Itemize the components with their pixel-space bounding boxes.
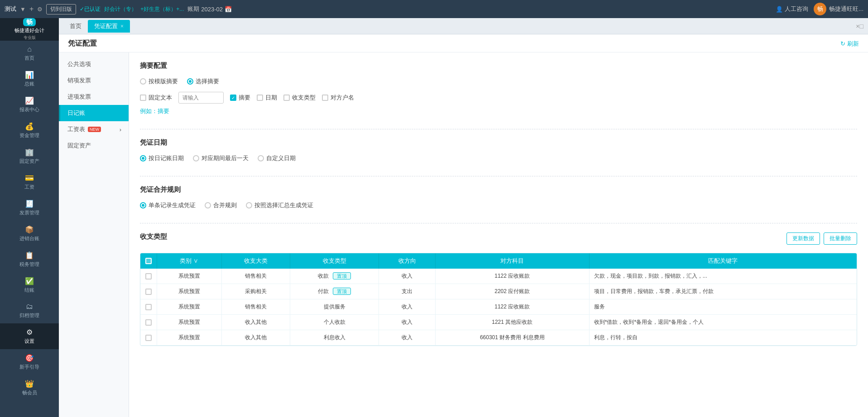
radio-summary-circle (246, 202, 252, 208)
radio-journal-date-label: 按日记账日期 (149, 154, 184, 162)
sidebar-item-settings[interactable]: ⚙ 设置 (0, 323, 59, 349)
batch-delete-button[interactable]: 批量删除 (824, 232, 857, 245)
sidebar-item-funds[interactable]: 💰 资金管理 (0, 118, 59, 143)
sidebar-item-label: 首页 (24, 55, 34, 62)
add-icon[interactable]: + (29, 5, 34, 13)
archive-icon: 🗂 (26, 303, 33, 311)
user-info[interactable]: 畅 畅捷通旺旺... (814, 3, 863, 15)
window-maximize-button[interactable]: □ (860, 23, 863, 30)
sidebar-item-label: 总账 (24, 81, 34, 87)
logo-text: 畅捷通好会计 (14, 27, 44, 34)
tab-home[interactable]: 首页 (63, 20, 88, 33)
sidebar-item-general[interactable]: 📊 总账 (0, 66, 59, 92)
sidebar-item-tax[interactable]: 📋 税务管理 (0, 246, 59, 272)
td-direction: 收入 (379, 330, 436, 346)
radio-template-circle (140, 78, 146, 85)
company-dropdown-icon[interactable]: ▼ (20, 6, 26, 13)
radio-select-label: 选择摘要 (196, 77, 219, 85)
vip-icon: 👑 (25, 379, 34, 388)
radio-period-last[interactable]: 对应期间最后一天 (193, 154, 249, 162)
left-nav-sales-invoice-label: 销项发票 (67, 76, 91, 85)
top-bar-left: 测试 ▼ + ⚙ 切到旧版 ✓已认证 好会计（专） +好生意（标）+... 账期… (5, 4, 776, 14)
row-checkbox[interactable] (145, 319, 152, 326)
checkbox-type[interactable]: 收支类型 (283, 94, 316, 102)
td-income-type: 提供服务 (290, 299, 379, 315)
checkbox-counterpart[interactable]: 对方户名 (322, 94, 354, 102)
td-checkbox[interactable] (140, 284, 157, 299)
th-checkbox[interactable] (140, 253, 157, 269)
fixed-text-input[interactable] (178, 92, 224, 104)
select-all-checkbox[interactable] (145, 258, 152, 264)
left-nav-sales-invoice[interactable]: 销项发票 (59, 72, 129, 89)
period-value: 2023-02 (201, 6, 223, 13)
radio-merge-circle (205, 202, 211, 208)
sidebar-item-guide[interactable]: 🎯 新手引导 (0, 349, 59, 375)
td-direction: 支出 (379, 284, 436, 299)
pin-tag[interactable]: 置顶 (333, 288, 351, 295)
good-business-tag: +好生意（标）+... (140, 5, 184, 13)
radio-period-last-label: 对应期间最后一天 (201, 154, 249, 162)
sidebar-item-vip[interactable]: 👑 畅会员 (0, 375, 59, 401)
divider-3 (140, 223, 857, 223)
checkbox-abstract[interactable]: ✓ 摘要 (230, 94, 250, 102)
radio-summary[interactable]: 按照选择汇总生成凭证 (246, 201, 313, 209)
radio-single[interactable]: 单条记录生成凭证 (140, 201, 196, 209)
sidebar-item-report[interactable]: 📈 报表中心 (0, 92, 59, 118)
row-checkbox[interactable] (145, 304, 152, 310)
td-major-type: 收入其他 (221, 315, 290, 330)
tab-voucher-config[interactable]: 凭证配置 × (88, 20, 130, 33)
switch-version-button[interactable]: 切到旧版 (46, 4, 76, 14)
update-data-button[interactable]: 更新数据 (786, 232, 820, 245)
table-body: 系统预置 销售相关 收款 置顶 收入 1122 应收账款 欠款，现金，项目款，到… (140, 269, 857, 346)
sidebar-item-archive[interactable]: 🗂 归档管理 (0, 298, 59, 323)
window-close-button[interactable]: × (856, 23, 859, 30)
radio-merge[interactable]: 合并规则 (205, 201, 237, 209)
checkbox-abstract-box: ✓ (230, 95, 236, 101)
left-nav-fixed-assets[interactable]: 固定资产 (59, 137, 129, 154)
pin-tag[interactable]: 置顶 (333, 272, 351, 280)
sidebar-item-assets[interactable]: 🏢 固定资产 (0, 143, 59, 169)
td-direction: 收入 (379, 299, 436, 315)
td-checkbox[interactable] (140, 269, 157, 284)
sidebar-item-purchase[interactable]: 📦 进销台账 (0, 221, 59, 246)
refresh-icon: ↻ (840, 40, 845, 47)
radio-custom-date[interactable]: 自定义日期 (258, 154, 296, 162)
checkbox-fixed-text-box (140, 95, 146, 101)
td-checkbox[interactable] (140, 299, 157, 315)
assets-icon: 🏢 (25, 148, 34, 156)
row-checkbox[interactable] (145, 335, 152, 341)
table-toolbar: 更新数据 批量删除 (786, 232, 857, 245)
radio-journal-date[interactable]: 按日记账日期 (140, 154, 184, 162)
calendar-icon[interactable]: 📅 (225, 6, 232, 13)
merge-rules-title: 凭证合并规则 (140, 185, 857, 194)
left-nav: 公共选项 销项发票 进项发票 日记账 工资表 NEW › (59, 52, 129, 417)
checkbox-fixed-text[interactable]: 固定文本 (140, 94, 172, 102)
row-checkbox[interactable] (145, 273, 152, 280)
row-checkbox[interactable] (145, 289, 152, 295)
sidebar-item-invoice[interactable]: 🧾 发票管理 (0, 195, 59, 221)
sidebar-item-home[interactable]: ⌂ 首页 (0, 41, 59, 66)
sidebar-logo: 畅 畅捷通好会计 专业版 (0, 18, 59, 41)
td-checkbox[interactable] (140, 315, 157, 330)
purchase-icon: 📦 (25, 225, 34, 234)
divider-1 (140, 129, 857, 129)
sidebar-item-label: 固定资产 (19, 158, 39, 165)
td-checkbox[interactable] (140, 330, 157, 346)
td-income-type: 利息收入 (290, 330, 379, 346)
support-button[interactable]: 👤 人工咨询 (776, 5, 808, 13)
left-nav-public[interactable]: 公共选项 (59, 56, 129, 72)
left-nav-journal[interactable]: 日记账 (59, 105, 129, 121)
sidebar-item-salary[interactable]: 💳 工资 (0, 169, 59, 195)
left-nav-salary-table[interactable]: 工资表 NEW › (59, 121, 129, 137)
td-major-type: 销售相关 (221, 299, 290, 315)
left-nav-purchase-invoice[interactable]: 进项发票 (59, 89, 129, 105)
checkbox-counterpart-label: 对方户名 (331, 94, 354, 102)
tab-close-icon[interactable]: × (120, 23, 124, 29)
checkbox-date[interactable]: 日期 (257, 94, 277, 102)
radio-select[interactable]: 选择摘要 (187, 77, 219, 85)
sidebar-item-label: 发票管理 (19, 209, 39, 216)
sidebar-item-settlement[interactable]: ✅ 结账 (0, 272, 59, 298)
refresh-button[interactable]: ↻ 刷新 (840, 40, 859, 48)
radio-template[interactable]: 按模版摘要 (140, 77, 178, 85)
settings-icon[interactable]: ⚙ (37, 6, 43, 13)
